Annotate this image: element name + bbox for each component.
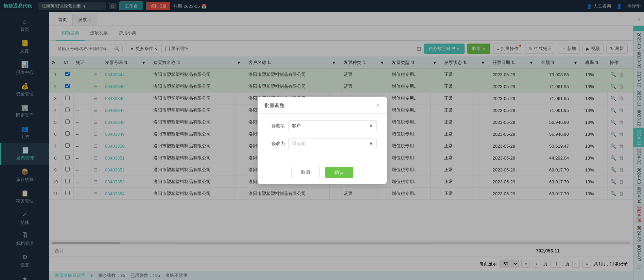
modify-item-chevron-icon: ∨ <box>369 123 373 128</box>
modal-footer: 取消 确认 <box>258 163 387 184</box>
modify-item-select[interactable]: 客户 ∨ <box>288 120 377 131</box>
modify-to-label: 修改为 <box>268 141 285 147</box>
modify-to-select[interactable]: 请选择 ∨ <box>288 138 377 149</box>
cancel-btn[interactable]: 取消 <box>291 167 320 178</box>
modify-item-value: 客户 <box>292 123 301 129</box>
modal-close-btn[interactable]: × <box>376 102 380 109</box>
batch-adjust-modal: 批量调整 × 修改项 客户 ∨ 修改为 请选择 ∨ 取消 确认 <box>258 97 387 184</box>
modify-to-placeholder: 请选择 <box>292 141 305 147</box>
modal-title: 批量调整 <box>264 102 285 109</box>
confirm-btn[interactable]: 确认 <box>325 167 353 178</box>
modify-item-row: 修改项 客户 ∨ <box>268 120 377 131</box>
modal-overlay[interactable]: 批量调整 × 修改项 客户 ∨ 修改为 请选择 ∨ 取消 确认 <box>0 0 644 280</box>
modify-to-chevron-icon: ∨ <box>369 141 373 146</box>
modify-to-row: 修改为 请选择 ∨ <box>268 138 377 149</box>
modify-item-label: 修改项 <box>268 123 285 129</box>
modal-header: 批量调整 × <box>258 97 387 114</box>
modal-body: 修改项 客户 ∨ 修改为 请选择 ∨ <box>258 114 387 163</box>
